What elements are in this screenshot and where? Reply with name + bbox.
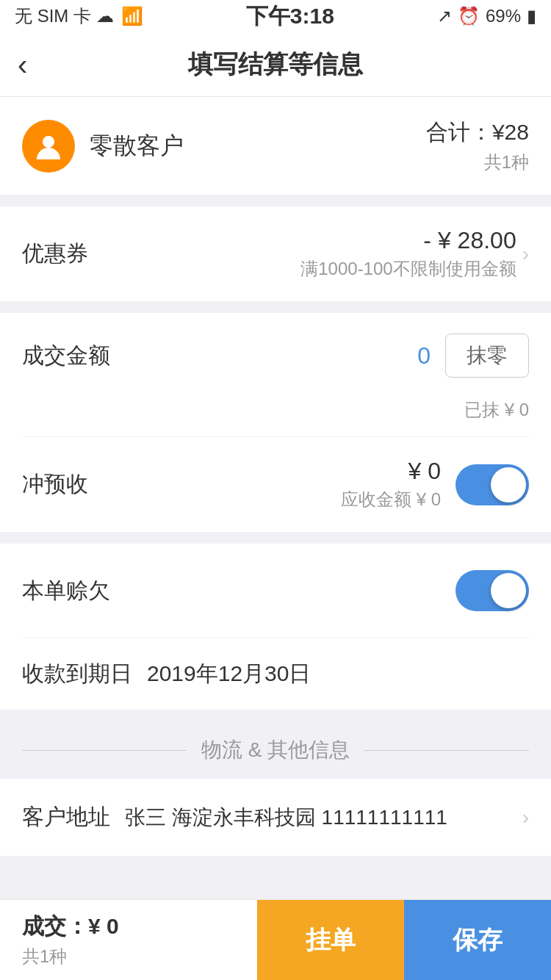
coupon-row[interactable]: 优惠券 - ¥ 28.00 满1000-100不限制使用金额 › xyxy=(0,206,551,301)
coupon-right: - ¥ 28.00 满1000-100不限制使用金额 xyxy=(300,227,516,281)
coupon-chevron-icon: › xyxy=(522,242,529,266)
coupon-amount: - ¥ 28.00 xyxy=(300,227,516,254)
wifi-icon: 📶 xyxy=(121,6,143,26)
prepay-label: 冲预收 xyxy=(22,469,88,500)
credit-toggle[interactable] xyxy=(455,570,529,611)
location-icon: ↗ xyxy=(437,6,452,26)
person-icon xyxy=(22,120,75,173)
deal-right: 0 抹零 xyxy=(417,334,529,378)
bottom-deal-amount: ¥ 0 xyxy=(88,914,119,938)
credit-label: 本单赊欠 xyxy=(22,576,110,606)
page-title: 填写结算等信息 xyxy=(188,48,363,82)
credit-toggle-knob xyxy=(491,573,526,608)
bottom-deal-label: 成交：¥ 0 xyxy=(22,912,235,942)
duedate-label: 收款到期日 xyxy=(22,659,132,689)
logistics-line-left xyxy=(22,750,187,751)
toggle-knob xyxy=(491,467,526,502)
prepay-amount: ¥ 0 xyxy=(341,458,441,485)
customer-row: 零散客户 合计：¥28 共1种 xyxy=(0,97,551,195)
content: 零散客户 合计：¥28 共1种 优惠券 - ¥ 28.00 满1000-100不… xyxy=(0,97,551,956)
customer-right: 合计：¥28 共1种 xyxy=(426,118,529,174)
save-button[interactable]: 保存 xyxy=(404,900,551,981)
logistics-label: 物流 & 其他信息 xyxy=(201,736,350,764)
prepay-right: ¥ 0 应收金额 ¥ 0 xyxy=(341,458,529,511)
duedate-row: 收款到期日 2019年12月30日 xyxy=(0,638,551,710)
address-label: 客户地址 xyxy=(22,802,110,832)
deal-sub: 已抹 ¥ 0 xyxy=(0,398,551,436)
deal-amount-row: 成交金额 0 抹零 xyxy=(0,313,551,398)
customer-count: 共1种 xyxy=(426,151,529,174)
alarm-icon: ⏰ xyxy=(458,6,480,26)
prepay-row: 冲预收 ¥ 0 应收金额 ¥ 0 xyxy=(0,437,551,532)
battery-level: 69% xyxy=(486,6,521,26)
battery-icon: ▮ xyxy=(527,6,536,26)
address-value: 张三 海淀永丰科技园 11111111111 xyxy=(125,804,522,832)
deal-section: 成交金额 0 抹零 已抹 ¥ 0 冲预收 ¥ 0 应收金额 ¥ 0 xyxy=(0,313,551,532)
svg-point-0 xyxy=(43,136,54,148)
bottom-deal-prefix: 成交： xyxy=(22,914,88,938)
status-bar: 无 SIM 卡 ☁ 📶 下午3:18 ↗ ⏰ 69% ▮ xyxy=(0,0,551,32)
prepay-values: ¥ 0 应收金额 ¥ 0 xyxy=(341,458,441,511)
sim-status: 无 SIM 卡 ☁ xyxy=(15,4,114,28)
back-button[interactable]: ‹ xyxy=(18,50,27,79)
status-left: 无 SIM 卡 ☁ 📶 xyxy=(15,4,143,28)
deal-amount-value: 0 xyxy=(417,342,431,370)
customer-name: 零散客户 xyxy=(90,130,184,162)
coupon-desc: 满1000-100不限制使用金额 xyxy=(300,257,516,281)
hang-button[interactable]: 挂单 xyxy=(257,900,404,981)
logistics-divider: 物流 & 其他信息 xyxy=(0,721,551,779)
bottom-count: 共1种 xyxy=(22,945,235,968)
credit-section: 本单赊欠 收款到期日 2019年12月30日 xyxy=(0,544,551,710)
bottom-bar: 成交：¥ 0 共1种 挂单 保存 xyxy=(0,899,551,980)
bottom-info: 成交：¥ 0 共1种 xyxy=(0,912,257,968)
prepay-toggle[interactable] xyxy=(455,464,529,505)
coupon-label: 优惠券 xyxy=(22,239,88,269)
round-zero-button[interactable]: 抹零 xyxy=(445,334,529,378)
duedate-value: 2019年12月30日 xyxy=(147,659,311,689)
customer-total: 合计：¥28 xyxy=(426,118,529,148)
status-time: 下午3:18 xyxy=(246,1,334,32)
nav-bar: ‹ 填写结算等信息 xyxy=(0,32,551,97)
address-chevron-icon: › xyxy=(522,806,529,829)
prepay-receivable: 应收金额 ¥ 0 xyxy=(341,488,441,511)
logistics-line-right xyxy=(364,750,529,751)
customer-left: 零散客户 xyxy=(22,120,184,173)
credit-row: 本单赊欠 xyxy=(0,544,551,638)
address-row[interactable]: 客户地址 张三 海淀永丰科技园 11111111111 › xyxy=(0,779,551,856)
status-right: ↗ ⏰ 69% ▮ xyxy=(437,6,536,26)
address-section: 客户地址 张三 海淀永丰科技园 11111111111 › xyxy=(0,779,551,856)
deal-amount-label: 成交金额 xyxy=(22,341,110,371)
